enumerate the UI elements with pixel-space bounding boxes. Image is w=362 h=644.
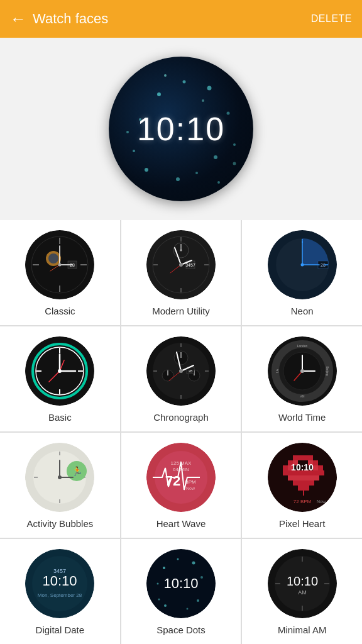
svg-point-0 <box>157 92 161 96</box>
page-title: Watch faces <box>33 11 108 27</box>
svg-rect-120 <box>313 460 318 465</box>
svg-point-143 <box>192 562 195 565</box>
grid-item-minimal-am[interactable]: 10:10 AM Minimal AM <box>242 539 362 644</box>
watch-label-digital-date: Digital Date <box>36 625 85 635</box>
grid-item-space-dots[interactable]: 10:10 Space Dots <box>121 539 241 644</box>
svg-text:72: 72 <box>165 473 180 489</box>
svg-text:Now: Now <box>186 486 195 491</box>
svg-rect-130 <box>298 486 309 491</box>
grid-item-chronograph[interactable]: 28 Chronograph <box>121 326 241 431</box>
grid-item-pixel-heart[interactable]: 10:10 72 BPM Now Pixel Heart <box>242 433 362 538</box>
svg-text:3457: 3457 <box>185 263 195 267</box>
svg-point-141 <box>163 567 165 569</box>
svg-text:28: 28 <box>189 369 193 373</box>
svg-point-10 <box>195 172 198 174</box>
svg-text:Beijing: Beijing <box>326 366 329 375</box>
svg-point-142 <box>156 583 158 585</box>
preview-time: 10:10 <box>137 110 225 148</box>
watch-faces-grid: 28 Classic <box>0 220 362 644</box>
back-button[interactable]: ← <box>10 11 26 27</box>
grid-item-modern-utility[interactable]: 3457 Modern Utility <box>121 220 241 325</box>
svg-point-145 <box>158 599 160 601</box>
svg-rect-131 <box>303 491 304 496</box>
svg-point-7 <box>233 143 236 146</box>
svg-rect-116 <box>293 455 298 460</box>
svg-point-14 <box>217 181 220 184</box>
preview-area: 10:10 <box>0 38 362 220</box>
watch-thumb-space-dots: 10:10 <box>146 549 216 618</box>
svg-text:64 MIN: 64 MIN <box>173 467 189 472</box>
grid-item-heart-wave[interactable]: 125 MAX 64 MIN 72 BPM Now Heart Wave <box>121 433 241 538</box>
watch-thumb-digital-date: 3457 10:10 Mon, September 28 <box>25 549 94 618</box>
watch-thumb-chronograph: 28 <box>146 336 216 406</box>
svg-point-40 <box>179 263 183 267</box>
watch-label-minimal-am: Minimal AM <box>278 625 327 635</box>
svg-point-12 <box>233 162 236 165</box>
preview-watch[interactable]: 10:10 <box>109 57 253 201</box>
svg-rect-128 <box>288 475 319 480</box>
watch-thumb-world-time: London Beijing NY LA <box>268 336 337 406</box>
svg-point-95 <box>300 369 304 373</box>
svg-point-11 <box>126 131 129 133</box>
grid-item-activity-bubbles[interactable]: 🏃 Activity Bubbles <box>0 433 120 538</box>
watch-thumb-heart-wave: 125 MAX 64 MIN 72 BPM Now <box>146 443 216 512</box>
svg-point-5 <box>145 168 148 172</box>
grid-item-classic[interactable]: 28 Classic <box>0 220 120 325</box>
svg-point-83 <box>179 369 183 373</box>
svg-rect-125 <box>313 465 318 470</box>
svg-point-9 <box>176 177 180 181</box>
delete-button[interactable]: DELETE <box>311 13 352 25</box>
svg-text:10:10: 10:10 <box>287 574 318 588</box>
svg-text:10:10: 10:10 <box>291 462 314 472</box>
watch-thumb-modern-utility: 3457 <box>146 230 216 299</box>
svg-rect-129 <box>293 480 314 486</box>
watch-thumb-basic <box>25 336 94 406</box>
svg-text:London: London <box>297 344 307 348</box>
svg-point-148 <box>186 608 188 610</box>
grid-item-digital-date[interactable]: 3457 10:10 Mon, September 28 Digital Dat… <box>0 539 120 644</box>
svg-text:Mon, September 28: Mon, September 28 <box>38 592 82 598</box>
svg-point-2 <box>207 86 212 91</box>
watch-label-activity-bubbles: Activity Bubbles <box>26 518 93 529</box>
svg-point-15 <box>202 99 204 102</box>
watch-label-classic: Classic <box>45 306 75 316</box>
watch-faces-grid-section: 28 Classic <box>0 220 362 644</box>
svg-point-13 <box>164 74 167 77</box>
watch-label-neon: Neon <box>291 306 314 316</box>
svg-text:72 BPM: 72 BPM <box>293 499 311 504</box>
watch-label-world-time: World Time <box>278 412 326 423</box>
svg-text:LA: LA <box>275 369 279 373</box>
svg-text:BPM: BPM <box>185 479 196 485</box>
svg-point-65 <box>58 369 62 373</box>
watch-label-modern-utility: Modern Utility <box>152 306 210 316</box>
svg-rect-117 <box>298 455 303 460</box>
watch-label-pixel-heart: Pixel Heart <box>279 518 325 529</box>
grid-item-world-time[interactable]: London Beijing NY LA World Time <box>242 326 362 431</box>
watch-thumb-neon: 28 <box>268 230 337 299</box>
svg-point-23 <box>48 253 58 264</box>
watch-label-basic: Basic <box>48 412 72 423</box>
grid-item-basic[interactable]: Basic <box>0 326 120 431</box>
watch-thumb-activity-bubbles: 🏃 <box>25 443 94 512</box>
svg-point-149 <box>177 558 178 560</box>
svg-rect-119 <box>308 455 313 460</box>
svg-point-147 <box>197 599 199 602</box>
svg-text:🏃: 🏃 <box>72 466 83 477</box>
watch-label-heart-wave: Heart Wave <box>156 518 206 529</box>
svg-text:Now: Now <box>317 499 326 504</box>
app-header: ← Watch faces DELETE <box>0 0 362 38</box>
svg-point-29 <box>58 264 62 267</box>
svg-point-146 <box>164 604 167 607</box>
watch-label-space-dots: Space Dots <box>156 625 206 635</box>
svg-text:AM: AM <box>298 589 307 596</box>
svg-point-8 <box>183 80 186 84</box>
svg-point-3 <box>227 112 230 115</box>
grid-item-neon[interactable]: 28 Neon <box>242 220 362 325</box>
watch-label-chronograph: Chronograph <box>153 412 209 423</box>
svg-point-106 <box>58 475 62 479</box>
svg-rect-118 <box>303 455 308 460</box>
svg-point-51 <box>300 264 304 267</box>
svg-text:125 MAX: 125 MAX <box>171 460 192 466</box>
header-left: ← Watch faces <box>10 11 108 27</box>
svg-rect-121 <box>283 465 288 470</box>
